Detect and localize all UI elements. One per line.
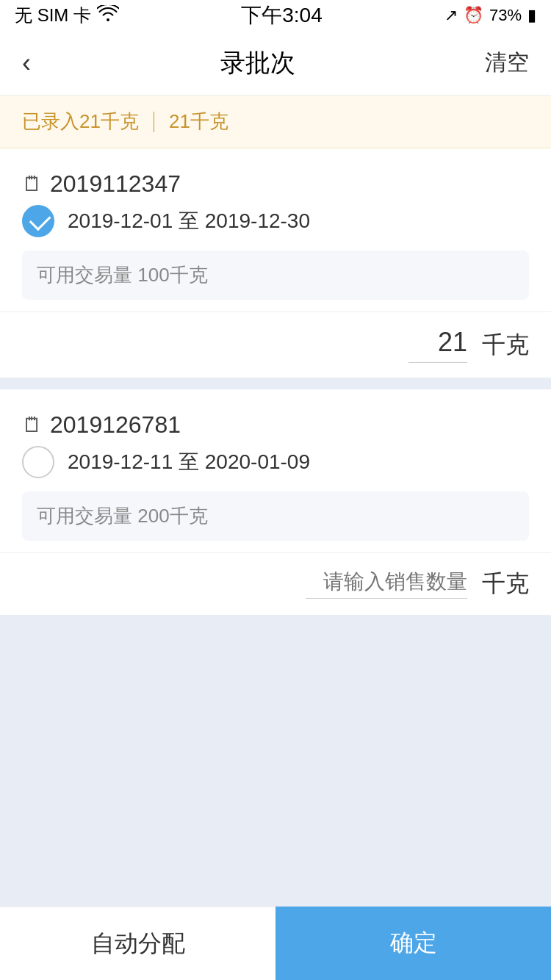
location-icon: ↗ xyxy=(444,6,458,25)
batch-date-row-1[interactable]: 2019-12-01 至 2019-12-30 xyxy=(0,205,551,245)
battery-text: 73% xyxy=(489,6,522,25)
quantity-input-wrap-2[interactable] xyxy=(306,570,467,599)
alarm-icon: ⏰ xyxy=(464,6,483,25)
banner-divider xyxy=(154,112,154,132)
radio-btn-2[interactable] xyxy=(22,446,54,478)
clear-button[interactable]: 清空 xyxy=(485,48,529,78)
auto-distribute-button[interactable]: 自动分配 xyxy=(0,907,276,980)
back-button[interactable]: ‹ xyxy=(22,48,31,79)
radio-btn-1[interactable] xyxy=(22,205,54,237)
quantity-row-1: 21 千克 xyxy=(0,311,551,378)
bottom-bar: 自动分配 确定 xyxy=(0,907,551,980)
quantity-unit-1: 千克 xyxy=(482,329,529,361)
no-sim-text: 无 SIM 卡 xyxy=(15,4,91,27)
status-right: ↗ ⏰ 73% ▮ xyxy=(444,6,536,25)
input-row-2[interactable]: 千克 xyxy=(0,552,551,615)
recorded-label: 已录入21千克 xyxy=(22,109,139,134)
section-separator xyxy=(0,378,551,389)
batch-doc-icon-1: 🗒 xyxy=(22,172,43,196)
batch-header-1: 🗒 2019112347 xyxy=(0,148,551,205)
batch-date-1: 2019-12-01 至 2019-12-30 xyxy=(68,207,310,235)
status-left: 无 SIM 卡 xyxy=(15,4,119,27)
batch-doc-icon-2: 🗒 xyxy=(22,413,43,437)
batch-card-2: 🗒 2019126781 2019-12-11 至 2020-01-09 可用交… xyxy=(0,389,551,615)
batch-id-1: 2019112347 xyxy=(50,170,181,198)
batch-date-2: 2019-12-11 至 2020-01-09 xyxy=(68,448,310,476)
confirm-button[interactable]: 确定 xyxy=(276,907,551,980)
batch-avail-1: 可用交易量 100千克 xyxy=(22,251,529,300)
batch-card-1: 🗒 2019112347 2019-12-01 至 2019-12-30 可用交… xyxy=(0,148,551,378)
input-unit-2: 千克 xyxy=(482,568,529,600)
recorded-value: 21千克 xyxy=(169,109,228,134)
batch-date-row-2[interactable]: 2019-12-11 至 2020-01-09 xyxy=(0,446,551,486)
batch-avail-2: 可用交易量 200千克 xyxy=(22,491,529,541)
nav-bar: ‹ 录批次 清空 xyxy=(0,31,551,96)
wifi-icon xyxy=(97,5,119,26)
page-title: 录批次 xyxy=(220,46,295,80)
batch-id-2: 2019126781 xyxy=(50,411,181,439)
batch-header-2: 🗒 2019126781 xyxy=(0,389,551,446)
battery-icon: ▮ xyxy=(527,6,536,25)
status-bar: 无 SIM 卡 下午3:04 ↗ ⏰ 73% ▮ xyxy=(0,0,551,31)
status-time: 下午3:04 xyxy=(241,1,323,29)
info-banner: 已录入21千克 21千克 xyxy=(0,96,551,148)
quantity-input-2[interactable] xyxy=(320,570,467,594)
quantity-value-1: 21 xyxy=(438,327,467,357)
empty-area xyxy=(0,615,551,909)
quantity-display-1: 21 xyxy=(408,327,467,363)
